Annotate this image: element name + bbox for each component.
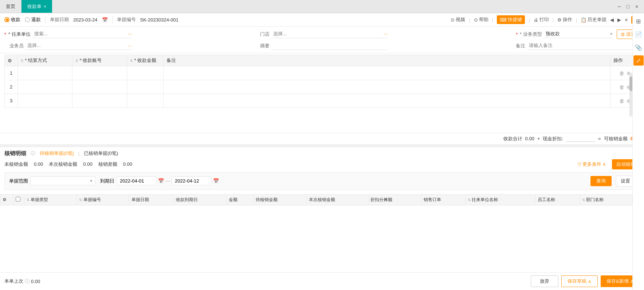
more-conditions-label: 更多条件: [582, 161, 601, 168]
sidebar-table-icon[interactable]: ⊞: [633, 16, 644, 26]
counterparty-input[interactable]: [32, 30, 127, 37]
tab-active[interactable]: 收款单 ×: [21, 0, 52, 13]
account-no-2[interactable]: [72, 80, 127, 94]
operation-button[interactable]: ⚙ 操作: [557, 16, 572, 23]
verify-info-icon[interactable]: ⓘ: [31, 150, 35, 157]
bt-col-current: 本次核销金额: [306, 194, 368, 205]
shortcut-button[interactable]: ⌨ 快捷键: [497, 15, 525, 24]
bt-col-salesorder: 销售订单: [421, 194, 466, 205]
settle-method-1[interactable]: [18, 66, 72, 80]
scrollbar-thumb[interactable]: [629, 77, 632, 91]
scrollbar[interactable]: [629, 73, 632, 117]
delete-row-2-icon[interactable]: 🗑: [619, 84, 624, 90]
salesman-field: 业务员 ···: [4, 42, 132, 50]
footer-info-icon[interactable]: ⓘ: [25, 278, 30, 285]
settle-method-2[interactable]: [18, 80, 72, 94]
table-row: 3 🗑 ⊕: [5, 94, 640, 108]
sidebar-expand-icon[interactable]: ⤢: [633, 55, 644, 66]
due-date-label: 到期日: [100, 178, 114, 184]
delete-row-3-icon[interactable]: 🗑: [619, 98, 624, 104]
table-row: 1 🗑 ⊕: [5, 66, 640, 80]
sidebar-document-icon[interactable]: 📄: [633, 29, 644, 39]
bottom-table-area: ⚙ ⇅ 单据类型 ⇅ 单据编号 单据日期 收款到期日 金额 待核销金额 本次核销…: [0, 194, 644, 273]
amount-3[interactable]: [127, 94, 164, 108]
window-close-button[interactable]: ×: [634, 4, 640, 9]
diff-value: 0.00: [123, 161, 132, 167]
more-conditions-button[interactable]: ▽ 更多条件 ∧: [578, 161, 606, 168]
settle-method-3[interactable]: [18, 94, 72, 108]
radio-refund-circle: [25, 17, 30, 22]
history-button[interactable]: 📋 历史单据: [581, 16, 606, 23]
salesman-input[interactable]: [25, 42, 126, 49]
remark-input[interactable]: [527, 42, 640, 49]
receipt-type-radio-group: 收款 退款: [4, 16, 41, 23]
print-button[interactable]: 🖨 打印: [534, 16, 549, 23]
tab-home[interactable]: 首页: [0, 0, 21, 13]
summary-input[interactable]: [271, 42, 388, 49]
amount-2[interactable]: [127, 80, 164, 94]
counterparty-required: *: [4, 32, 6, 37]
history-icon: 📋: [581, 17, 586, 23]
window-maximize-button[interactable]: □: [625, 4, 631, 9]
query-button[interactable]: 查询: [590, 176, 612, 186]
nav-left-button[interactable]: ◀: [610, 17, 614, 23]
calendar-icon[interactable]: 📅: [102, 17, 108, 23]
salesman-more-icon[interactable]: ···: [128, 43, 132, 48]
bt-col-checkbox[interactable]: [13, 194, 24, 205]
counterparty-more-icon[interactable]: ···: [128, 31, 132, 37]
abandon-button[interactable]: 放弃: [531, 275, 558, 287]
discount-input[interactable]: [566, 136, 595, 142]
store-input[interactable]: [271, 30, 382, 37]
account-no-3[interactable]: [72, 94, 127, 108]
operation-label: 操作: [563, 16, 572, 23]
verified-tab[interactable]: 已核销单据(0笔): [84, 150, 118, 157]
save-draft-label: 保存草稿: [568, 278, 586, 285]
account-no-1[interactable]: [72, 66, 127, 80]
verify-stats: 未核销金额 0.00 本次核销金额 0.00 核销差额 0.00 ▽ 更多条件 …: [4, 159, 640, 169]
window-minimize-button[interactable]: ─: [616, 4, 622, 9]
store-label: 门店: [260, 31, 270, 38]
date-to-input[interactable]: [172, 176, 212, 185]
radio-refund[interactable]: 退款: [25, 16, 41, 23]
range-select[interactable]: ▾: [30, 176, 96, 185]
uncleared-label: 未核销金额: [4, 161, 28, 168]
view-list-button[interactable]: ≡: [625, 17, 628, 23]
local-value: 0.00: [31, 279, 40, 284]
setting-icon: ⚙: [621, 32, 625, 37]
shortcut-label: 快捷键: [508, 16, 522, 23]
remark-label: 备注: [516, 43, 525, 49]
nav-right-icon: ▶: [617, 17, 621, 23]
col-setting-header[interactable]: ⚙: [5, 55, 18, 66]
bt-col-setting[interactable]: ⚙: [0, 194, 13, 205]
radio-receipt[interactable]: 收款: [4, 16, 20, 23]
sidebar-paperclip-icon[interactable]: 📎: [633, 42, 644, 52]
delete-row-1-icon[interactable]: 🗑: [619, 70, 624, 76]
number-value: SK-20230324-001: [140, 17, 179, 23]
select-all-checkbox[interactable]: [16, 197, 20, 201]
range-label: 单据范围: [9, 178, 28, 184]
operation-icon: ⚙: [557, 17, 562, 23]
save-draft-button[interactable]: 保存草稿 ∧: [561, 275, 598, 287]
store-more-icon[interactable]: ···: [384, 31, 388, 37]
help-button[interactable]: ⊙ 帮助: [474, 16, 488, 23]
nav-right-button[interactable]: ▶: [617, 17, 621, 23]
sep3: |: [529, 17, 530, 23]
footer-buttons: 放弃 保存草稿 ∧ 保存&新增 ∧: [531, 275, 640, 287]
bt-col-docdate: 单据日期: [129, 194, 174, 205]
amount-1[interactable]: [127, 66, 164, 80]
remark-1[interactable]: [164, 66, 610, 80]
tab-close-icon[interactable]: ×: [44, 4, 46, 9]
date-from-input[interactable]: [117, 176, 157, 185]
local-label: 本单上次: [4, 278, 23, 285]
pending-verify-tab[interactable]: 待核销单据(0笔): [40, 150, 74, 157]
calendar-from-icon[interactable]: 📅: [158, 178, 164, 184]
calendar-to-icon[interactable]: 📅: [213, 178, 219, 184]
row-num-2: 2: [5, 80, 18, 94]
video-button[interactable]: ⊙ 视频: [451, 16, 465, 23]
remark-3[interactable]: [164, 94, 610, 108]
biz-type-dropdown-icon[interactable]: ▾: [610, 31, 612, 36]
sep2: |: [492, 17, 493, 23]
remark-2[interactable]: [164, 80, 610, 94]
bt-col-docno: ⇅ 单据编号: [77, 194, 129, 205]
sep5: |: [576, 17, 577, 23]
